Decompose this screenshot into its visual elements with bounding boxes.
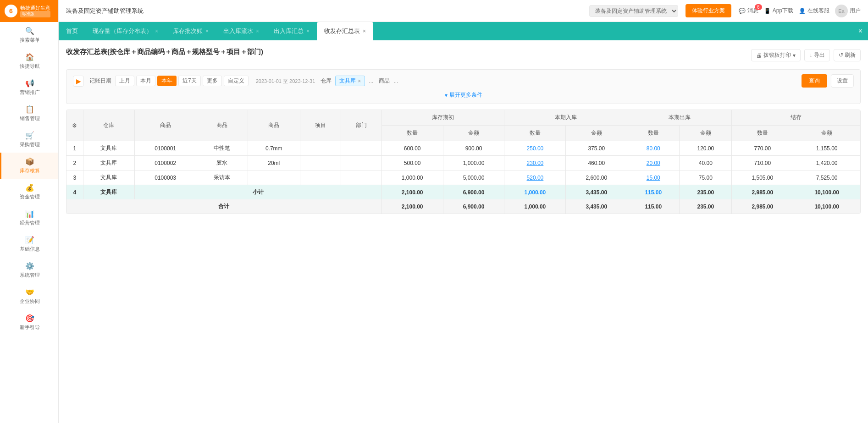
row-no: 2 (66, 156, 83, 170)
row-out-amt: 75.00 (680, 170, 732, 185)
print-btn[interactable]: 🖨 拨锁板打印 ▾ (751, 49, 801, 61)
subtotal-in-qty[interactable]: 1,000.00 (504, 185, 566, 200)
tab-in-out-flow[interactable]: 出入库流水× (216, 22, 266, 40)
row-code: 0100003 (135, 170, 196, 185)
app-download-btn[interactable]: 📱 App下载 (764, 7, 793, 15)
sidebar-item-label: 企业协同 (20, 298, 40, 305)
sidebar-item-finance[interactable]: 💰资金管理 (0, 179, 58, 205)
col-open-header: 库存期初 (381, 110, 504, 126)
row-name: 采访本 (196, 170, 248, 185)
warehouse-tag[interactable]: 文具库 × (335, 76, 365, 86)
subtotal-bal-qty: 2,985.00 (732, 185, 793, 200)
row-out-qty[interactable]: 15.00 (627, 170, 680, 185)
subtotal-in-amt: 3,435.00 (566, 185, 627, 200)
tab-inventory-dist[interactable]: 现存量（库存分布表）× (85, 22, 166, 40)
subtotal-out-qty[interactable]: 115.00 (627, 185, 680, 200)
tab-bar-close[interactable]: × (853, 27, 868, 35)
table-row: 3 文具库 0100003 采访本 1,000.00 5,000.00 520.… (66, 170, 860, 185)
col-open-qty-header: 数量 (381, 126, 443, 141)
date-last-month-btn[interactable]: 上月 (115, 76, 134, 86)
tab-close[interactable]: × (256, 28, 259, 34)
tab-bar: 首页现存量（库存分布表）×库存批次账×出入库流水×出入库汇总×收发存汇总表×× (59, 22, 868, 40)
tab-close[interactable]: × (306, 28, 310, 34)
date-7days-btn[interactable]: 近7天 (178, 76, 201, 86)
row-code: 0100002 (135, 156, 196, 170)
system-selector[interactable]: 装备及固定资产辅助管理系统 (589, 5, 678, 17)
row-out-qty[interactable]: 20.00 (627, 156, 680, 170)
row-code: 0100001 (135, 141, 196, 156)
tab-batch-accounts[interactable]: 库存批次账× (166, 22, 216, 40)
sidebar-item-label: 系统管理 (20, 272, 40, 279)
user-btn[interactable]: Ea 用户 (835, 5, 861, 17)
experience-btn[interactable]: 体验行业方案 (686, 4, 731, 17)
refresh-btn[interactable]: ↺ 刷新 (834, 49, 861, 61)
filter-toggle-btn[interactable]: ▶ (73, 76, 84, 87)
tab-label: 库存批次账 (173, 27, 203, 35)
date-filter-section: 记账日期 上月 本月 本年 近7天 更多 自定义 2023-01-01 至 20… (89, 76, 315, 86)
sidebar-item-label: 搜索菜单 (20, 37, 40, 44)
sidebar-item-purchase[interactable]: 🛒采购管理 (0, 126, 58, 153)
date-custom-btn[interactable]: 自定义 (224, 76, 249, 86)
sidebar-item-label: 库存核算 (20, 167, 40, 174)
warehouse-filter-section: 仓库 文具库 × ... (321, 76, 373, 86)
date-this-month-btn[interactable]: 本月 (136, 76, 155, 86)
row-in-qty[interactable]: 520.00 (504, 170, 566, 185)
sidebar-item-label: 新手引导 (20, 324, 40, 331)
sidebar-item-marketing[interactable]: 📢营销推广 (0, 74, 58, 100)
tab-close[interactable]: × (205, 28, 209, 34)
row-open-amt: 5,000.00 (443, 170, 504, 185)
sidebar-item-quick-nav[interactable]: 🏠快捷导航 (0, 48, 58, 74)
sidebar-item-inventory[interactable]: 📦库存核算 (0, 153, 58, 179)
settings-btn[interactable]: 设置 (831, 74, 854, 88)
top-header: 装备及固定资产辅助管理系统 装备及固定资产辅助管理系统 体验行业方案 💬 消息 … (59, 0, 868, 22)
row-bal-qty: 770.00 (732, 141, 793, 156)
total-out-amt: 235.00 (680, 199, 732, 214)
sidebar-item-enterprise[interactable]: 🤝企业协同 (0, 283, 58, 309)
total-open-amt: 6,900.00 (443, 199, 504, 214)
row-out-qty[interactable]: 80.00 (627, 141, 680, 156)
goods-more[interactable]: ... (393, 78, 398, 84)
subtotal-open-amt: 6,900.00 (443, 185, 504, 200)
query-btn[interactable]: 查询 (802, 74, 827, 88)
sidebar-item-search[interactable]: 🔍搜索菜单 (0, 22, 58, 48)
col-spec-header: 商品 (248, 110, 300, 141)
sidebar-item-operation[interactable]: 📊经营管理 (0, 205, 58, 231)
sales-icon: 📋 (25, 105, 34, 114)
sidebar-item-sales[interactable]: 📋销售管理 (0, 100, 58, 126)
date-this-year-btn[interactable]: 本年 (157, 76, 177, 86)
tab-home[interactable]: 首页 (59, 22, 85, 40)
filter-row: ▶ 记账日期 上月 本月 本年 近7天 更多 自定义 2023-01-01 至 (73, 74, 854, 88)
warehouse-tag-remove[interactable]: × (358, 78, 361, 84)
row-spec: 20ml (248, 156, 300, 170)
tab-close[interactable]: × (155, 28, 158, 34)
row-bal-amt: 1,420.00 (793, 156, 860, 170)
row-in-qty[interactable]: 250.00 (504, 141, 566, 156)
header-icon-group: 💬 消息 6 📱 App下载 👤 在线客服 Ea (739, 5, 861, 17)
print-icon: 🖨 (756, 52, 762, 59)
tab-receive-send-summary[interactable]: 收发存汇总表× (317, 22, 373, 40)
row-in-qty[interactable]: 230.00 (504, 156, 566, 170)
subtotal-open-qty: 2,100.00 (381, 185, 443, 200)
col-out-qty-header: 数量 (627, 126, 680, 141)
message-btn[interactable]: 💬 消息 6 (739, 7, 758, 15)
sidebar-item-system[interactable]: ⚙️系统管理 (0, 257, 58, 283)
online-service-btn[interactable]: 👤 在线客服 (799, 7, 829, 15)
date-more-btn[interactable]: 更多 (203, 76, 222, 86)
total-out-qty: 115.00 (627, 199, 680, 214)
row-bal-amt: 7,525.00 (793, 170, 860, 185)
sidebar-item-basic-info[interactable]: 📝基础信息 (0, 231, 58, 257)
sidebar-item-guide[interactable]: 🎯新手引导 (0, 309, 58, 335)
sidebar-item-label: 基础信息 (20, 246, 40, 253)
page-title: 收发存汇总表(按仓库＋商品编码＋商品＋规格型号＋项目＋部门) (66, 48, 263, 56)
main-area: 装备及固定资产辅助管理系统 装备及固定资产辅助管理系统 体验行业方案 💬 消息 … (59, 0, 868, 423)
tab-close[interactable]: × (363, 28, 366, 34)
expand-conditions-btn[interactable]: ▾ 展开更多条件 (445, 91, 482, 99)
tab-in-out-summary[interactable]: 出入库汇总× (266, 22, 317, 40)
sidebar-logo: 6 畅捷通好生意 标准版 (0, 0, 58, 22)
sidebar-item-label: 销售管理 (20, 115, 40, 122)
warehouse-more[interactable]: ... (369, 78, 373, 84)
row-dept (341, 156, 381, 170)
export-btn[interactable]: ↓ 导出 (804, 49, 829, 61)
goods-filter-section: 商品 ... (379, 77, 398, 85)
table-settings-header[interactable]: ⚙ (66, 110, 83, 141)
